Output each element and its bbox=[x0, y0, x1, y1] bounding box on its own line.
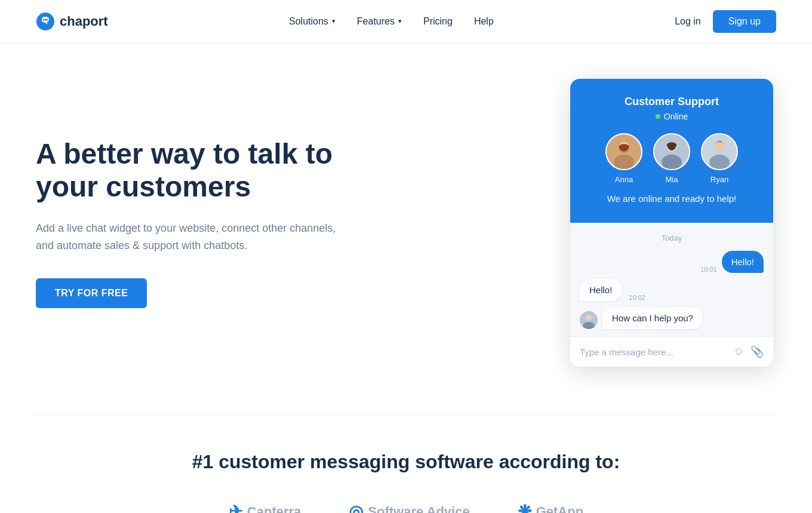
svg-point-2 bbox=[45, 19, 47, 20]
message-bubble: Hello! bbox=[722, 251, 764, 273]
getapp-icon: ❋ bbox=[518, 502, 531, 513]
message-bubble: Hello! bbox=[580, 279, 622, 301]
online-dot-icon bbox=[656, 114, 660, 119]
capterra-icon: ✈ bbox=[229, 502, 242, 513]
message-time: 10:02 bbox=[629, 294, 645, 301]
agent-anna-name: Anna bbox=[615, 175, 633, 184]
message-in-help: How can I help you? bbox=[580, 307, 764, 329]
getapp-text: GetApp bbox=[536, 504, 583, 514]
capterra-text: Capterra bbox=[247, 504, 301, 514]
chat-footer[interactable]: Type a message here... ☺ 📎 bbox=[570, 336, 773, 367]
chat-agents: Anna Mia bbox=[605, 133, 738, 184]
chat-footer-icons: ☺ 📎 bbox=[734, 345, 764, 358]
login-link[interactable]: Log in bbox=[675, 16, 701, 27]
software-advice-icon: ◎ bbox=[349, 502, 363, 513]
message-bubble: How can I help you? bbox=[602, 307, 703, 329]
agent-anna-avatar bbox=[605, 133, 642, 170]
chat-online-status: Online bbox=[656, 112, 688, 121]
svg-point-13 bbox=[709, 155, 730, 170]
chat-date: Today bbox=[580, 234, 764, 242]
social-proof-title: #1 customer messaging software according… bbox=[36, 451, 776, 473]
agent-ryan-name: Ryan bbox=[710, 175, 728, 184]
hero-title: A better way to talk to your customers bbox=[36, 137, 346, 203]
chat-messages: 10:01 Hello! Hello! 10:02 bbox=[580, 251, 764, 329]
svg-point-6 bbox=[614, 155, 634, 170]
logo-capterra: ✈ Capterra bbox=[229, 502, 301, 513]
attachment-icon[interactable]: 📎 bbox=[751, 345, 764, 358]
hero-subtitle: Add a live chat widget to your website, … bbox=[36, 220, 346, 254]
nav-actions: Log in Sign up bbox=[675, 10, 776, 33]
message-in-hello: Hello! 10:02 bbox=[580, 279, 764, 301]
logo-software-advice: ◎ Software Advice bbox=[349, 502, 469, 513]
signup-button[interactable]: Sign up bbox=[713, 10, 776, 33]
hero-section: A better way to talk to your customers A… bbox=[0, 43, 812, 414]
chat-widget-preview: Customer Support Online bbox=[570, 79, 776, 367]
nav-pricing[interactable]: Pricing bbox=[423, 16, 453, 27]
svg-point-12 bbox=[715, 142, 725, 152]
svg-point-10 bbox=[662, 155, 682, 170]
chat-ready-text: We are online and ready to help! bbox=[607, 193, 737, 208]
nav-solutions[interactable]: Solutions ▾ bbox=[289, 16, 336, 27]
nav-links: Solutions ▾ Features ▾ Pricing Help bbox=[289, 16, 494, 27]
try-for-free-button[interactable]: TRY FOR FREE bbox=[36, 278, 147, 308]
logo-text: chaport bbox=[60, 14, 108, 29]
software-advice-text: Software Advice bbox=[368, 504, 469, 514]
chat-body: Today 10:01 Hello! Hello! 10:02 bbox=[570, 223, 773, 336]
chat-input-placeholder[interactable]: Type a message here... bbox=[580, 347, 734, 357]
chat-header: Customer Support Online bbox=[570, 79, 773, 223]
nav-features[interactable]: Features ▾ bbox=[357, 16, 402, 27]
chat-widget: Customer Support Online bbox=[570, 79, 773, 367]
chat-header-title: Customer Support bbox=[625, 96, 719, 108]
message-out-hello: 10:01 Hello! bbox=[580, 251, 764, 273]
agent-mia-avatar bbox=[653, 133, 690, 170]
logo[interactable]: chaport bbox=[36, 12, 108, 31]
agent-mia: Mia bbox=[653, 133, 690, 184]
features-chevron-icon: ▾ bbox=[398, 17, 402, 25]
agent-mia-name: Mia bbox=[666, 175, 678, 184]
navigation: chaport Solutions ▾ Features ▾ Pricing H… bbox=[0, 0, 812, 43]
solutions-chevron-icon: ▾ bbox=[332, 17, 336, 25]
hero-content: A better way to talk to your customers A… bbox=[36, 137, 346, 308]
social-proof-section: #1 customer messaging software according… bbox=[0, 415, 812, 513]
agent-ryan: Ryan bbox=[701, 133, 738, 184]
svg-point-3 bbox=[47, 19, 48, 20]
svg-point-15 bbox=[586, 315, 592, 321]
nav-help[interactable]: Help bbox=[474, 16, 494, 27]
emoji-icon[interactable]: ☺ bbox=[734, 345, 745, 358]
agent-ryan-avatar bbox=[701, 133, 738, 170]
logos-row: ✈ Capterra ◎ Software Advice ❋ GetApp bbox=[36, 502, 776, 513]
agent-avatar-small bbox=[580, 311, 598, 329]
message-time: 10:01 bbox=[700, 266, 717, 273]
agent-anna: Anna bbox=[605, 133, 642, 184]
svg-point-1 bbox=[43, 19, 45, 20]
logo-getapp: ❋ GetApp bbox=[518, 502, 583, 513]
